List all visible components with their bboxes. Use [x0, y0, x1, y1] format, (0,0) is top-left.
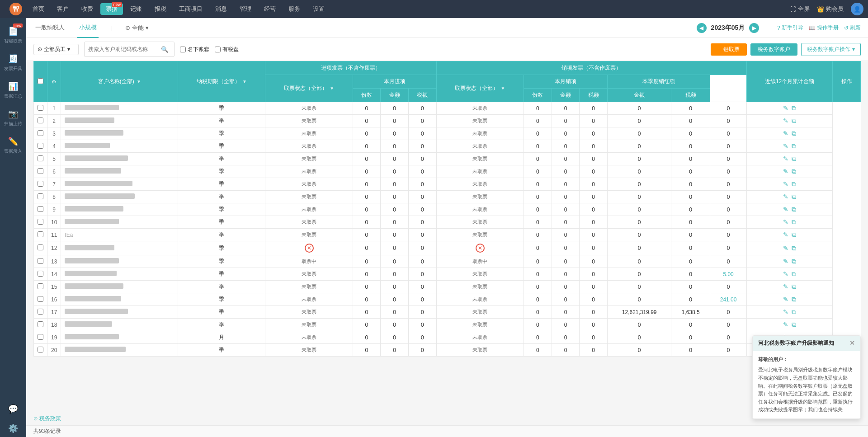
member-btn[interactable]: 👑 购会员 — [817, 5, 844, 13]
nav-service[interactable]: 服务 — [283, 3, 306, 15]
row-checkbox[interactable] — [38, 271, 43, 277]
next-month-btn[interactable]: ▶ — [749, 23, 759, 33]
edit-btn[interactable]: ✎ — [783, 104, 788, 112]
copy-btn[interactable]: ⧉ — [792, 193, 796, 200]
sidebar-item-message[interactable]: 💬 — [2, 400, 24, 418]
row-checkbox[interactable] — [38, 258, 43, 264]
employee-select[interactable]: ⊙ 全部员工 ▾ — [33, 44, 79, 55]
copy-btn[interactable]: ⧉ — [792, 104, 796, 112]
row-checkbox[interactable] — [38, 219, 43, 225]
row-checkbox[interactable] — [38, 244, 43, 250]
edit-btn[interactable]: ✎ — [783, 296, 788, 303]
row-checkbox[interactable] — [38, 168, 43, 174]
manual-btn[interactable]: 📖 操作手册 — [809, 24, 839, 32]
guide-btn[interactable]: ? 新手引导 — [777, 24, 803, 32]
row-checkbox[interactable] — [38, 334, 43, 340]
edit-btn[interactable]: ✎ — [783, 283, 788, 290]
copy-btn[interactable]: ⧉ — [792, 142, 796, 150]
edit-btn[interactable]: ✎ — [783, 130, 788, 137]
user-avatar[interactable]: 👤 — [851, 3, 863, 15]
nav-client[interactable]: 客户 — [52, 3, 74, 15]
edit-btn[interactable]: ✎ — [783, 258, 788, 265]
row-checkbox[interactable] — [38, 181, 43, 187]
edit-btn[interactable]: ✎ — [783, 244, 788, 252]
sidebar-item-invoice-summary[interactable]: 📊 票据汇总 — [2, 78, 24, 103]
edit-btn[interactable]: ✎ — [783, 168, 788, 175]
edit-btn[interactable]: ✎ — [783, 155, 788, 162]
copy-btn[interactable]: ⧉ — [792, 283, 796, 290]
sidebar-item-smart-invoice[interactable]: new 📄 智能取票 — [2, 23, 24, 48]
nav-tax[interactable]: 报税 — [149, 3, 172, 15]
copy-btn[interactable]: ⧉ — [792, 258, 796, 265]
row-checkbox[interactable] — [38, 193, 43, 199]
nav-accounting[interactable]: 记账 — [125, 3, 147, 15]
row-checkbox[interactable] — [38, 105, 43, 111]
copy-btn[interactable]: ⧉ — [792, 117, 796, 124]
copy-btn[interactable]: ⧉ — [792, 244, 796, 252]
tax-digital-account-btn[interactable]: 税务数字账户 — [750, 43, 797, 56]
row-checkbox[interactable] — [38, 283, 43, 289]
tab-small-scale[interactable]: 小规模 — [77, 18, 99, 38]
copy-btn[interactable]: ⧉ — [792, 308, 796, 315]
month12-value[interactable]: 5.00 — [723, 271, 733, 277]
copy-btn[interactable]: ⧉ — [792, 321, 796, 328]
copy-btn[interactable]: ⧉ — [792, 206, 796, 213]
nav-operation[interactable]: 经营 — [259, 3, 281, 15]
sidebar-item-settings[interactable]: ⚙️ — [2, 420, 24, 437]
row-checkbox[interactable] — [38, 117, 43, 123]
edit-btn[interactable]: ✎ — [783, 117, 788, 124]
sidebar-item-scan-upload[interactable]: 📷 扫描上传 — [2, 105, 24, 131]
row-checkbox[interactable] — [38, 296, 43, 302]
row-checkbox[interactable] — [38, 143, 43, 149]
tab-all[interactable]: ⊙ 全能 ▾ — [125, 24, 149, 32]
edit-btn[interactable]: ✎ — [783, 308, 788, 315]
checkbox-account[interactable]: 名下账套 — [180, 46, 209, 53]
copy-btn[interactable]: ⧉ — [792, 296, 796, 303]
row-checkbox[interactable] — [38, 130, 43, 136]
edit-btn[interactable]: ✎ — [783, 142, 788, 150]
nav-business[interactable]: 工商项目 — [174, 3, 208, 15]
taxdisk-checkbox[interactable] — [215, 47, 221, 52]
sidebar-item-invoice-open[interactable]: 🧾 发票开具 — [2, 50, 24, 75]
row-checkbox[interactable] — [38, 347, 43, 352]
prev-month-btn[interactable]: ◀ — [697, 23, 707, 33]
nav-settings[interactable]: 设置 — [307, 3, 330, 15]
tax-policy-status[interactable]: ⊙ 税务政策 — [26, 412, 868, 425]
edit-btn[interactable]: ✎ — [783, 270, 788, 277]
copy-btn[interactable]: ⧉ — [792, 231, 796, 238]
nav-message[interactable]: 消息 — [210, 3, 232, 15]
nav-manage[interactable]: 管理 — [234, 3, 257, 15]
nav-invoice[interactable]: 票据 new — [100, 3, 123, 15]
account-checkbox[interactable] — [180, 47, 186, 52]
tax-digital-account-ops-btn[interactable]: 税务数字账户操作 ▾ — [801, 43, 861, 56]
copy-btn[interactable]: ⧉ — [792, 168, 796, 175]
row-checkbox[interactable] — [38, 206, 43, 212]
edit-btn[interactable]: ✎ — [783, 206, 788, 213]
checkbox-taxdisk[interactable]: 有税盘 — [215, 46, 239, 53]
edit-btn[interactable]: ✎ — [783, 180, 788, 188]
one-click-invoice-btn[interactable]: 一键取票 — [711, 43, 747, 56]
copy-btn[interactable]: ⧉ — [792, 218, 796, 226]
copy-btn[interactable]: ⧉ — [792, 270, 796, 277]
row-checkbox[interactable] — [38, 321, 43, 327]
sidebar-item-invoice-entry[interactable]: ✏️ 票据录入 — [2, 133, 24, 158]
edit-btn[interactable]: ✎ — [783, 321, 788, 328]
month12-value[interactable]: 241.00 — [720, 296, 737, 303]
nav-fee[interactable]: 收费 — [76, 3, 99, 15]
edit-btn[interactable]: ✎ — [783, 193, 788, 200]
notification-close-btn[interactable]: ✕ — [849, 339, 855, 347]
row-checkbox[interactable] — [38, 231, 43, 237]
search-button[interactable]: 🔍 — [159, 43, 170, 55]
edit-btn[interactable]: ✎ — [783, 231, 788, 238]
edit-btn[interactable]: ✎ — [783, 218, 788, 226]
copy-btn[interactable]: ⧉ — [792, 180, 796, 188]
tab-general-taxpayer[interactable]: 一般纳税人 — [33, 18, 66, 38]
refresh-btn[interactable]: ↺ 刷新 — [844, 24, 861, 32]
row-checkbox[interactable] — [38, 309, 43, 315]
copy-btn[interactable]: ⧉ — [792, 155, 796, 162]
search-input[interactable] — [88, 46, 159, 52]
copy-btn[interactable]: ⧉ — [792, 130, 796, 137]
fullscreen-btn[interactable]: ⛶ 全屏 — [790, 5, 810, 13]
nav-home[interactable]: 首页 — [27, 3, 50, 15]
row-checkbox[interactable] — [38, 155, 43, 161]
